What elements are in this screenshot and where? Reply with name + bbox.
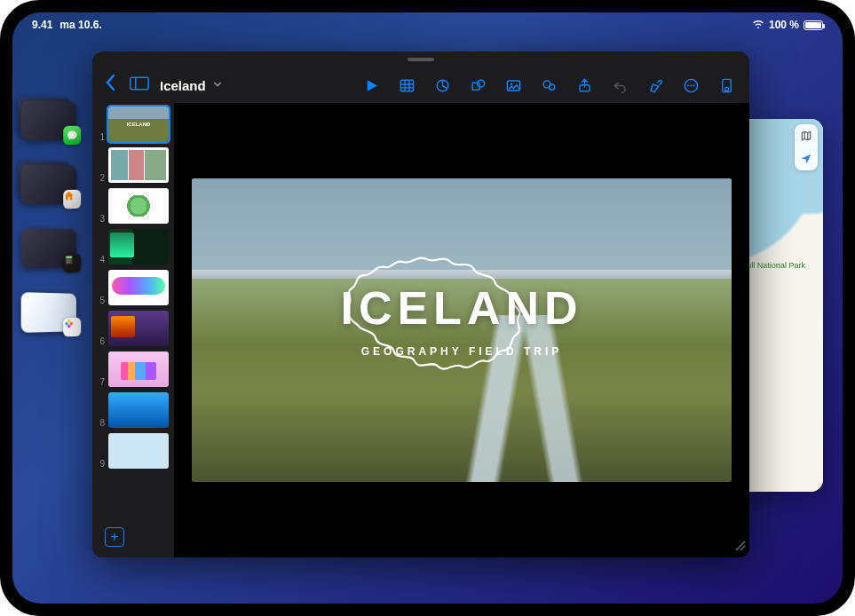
back-button[interactable]	[101, 74, 121, 97]
slide-title-text[interactable]: ICELAND	[192, 281, 732, 335]
maps-toolbar	[795, 124, 818, 170]
status-time: 9.41	[32, 19, 52, 31]
slide-thumb-3[interactable]: 3	[98, 188, 169, 224]
status-right: 100 %	[752, 19, 823, 31]
battery-pct: 100 %	[769, 19, 799, 31]
slide-thumb-1[interactable]: 1	[98, 107, 169, 142]
document-settings-button[interactable]	[717, 76, 735, 94]
svg-point-8	[67, 320, 70, 322]
svg-point-30	[693, 84, 694, 86]
window-resize-handle[interactable]	[733, 539, 746, 554]
comment-button[interactable]	[540, 76, 558, 94]
svg-point-32	[724, 87, 728, 91]
slide-thumb-8[interactable]: 8	[98, 392, 169, 428]
slide-thumb-9[interactable]: 9	[98, 433, 169, 469]
slide-canvas[interactable]: ICELAND GEOGRAPHY FIELD TRIP	[174, 103, 749, 557]
stage-app-calculator[interactable]	[21, 228, 76, 269]
wifi-icon	[752, 19, 764, 31]
slide-content[interactable]: ICELAND GEOGRAPHY FIELD TRIP	[192, 178, 732, 482]
play-button[interactable]	[362, 76, 380, 94]
slide-thumb-2[interactable]: 2	[98, 147, 169, 183]
messages-icon	[63, 126, 81, 146]
view-button[interactable]	[126, 76, 153, 95]
svg-rect-12	[131, 77, 148, 90]
format-button[interactable]	[646, 76, 664, 94]
svg-point-29	[690, 84, 692, 86]
stage-app-photos[interactable]	[21, 292, 76, 333]
undo-button	[611, 76, 629, 94]
screen: 9.41 ma 10.6. 100 %	[12, 12, 843, 604]
status-bar: 9.41 ma 10.6. 100 %	[12, 12, 843, 34]
slide-thumb-5[interactable]: 5	[98, 270, 169, 305]
svg-point-28	[687, 84, 689, 86]
svg-point-21	[477, 80, 484, 87]
keynote-window: Iceland	[92, 51, 749, 557]
stage-app-home[interactable]	[21, 164, 76, 205]
title-chevron-icon[interactable]	[213, 80, 222, 91]
share-button[interactable]	[575, 76, 593, 94]
media-button[interactable]	[504, 76, 522, 94]
slide-thumb-4[interactable]: 4	[98, 229, 169, 265]
home-icon	[63, 190, 81, 209]
ipad-device-frame: 9.41 ma 10.6. 100 %	[0, 0, 855, 616]
svg-point-9	[70, 322, 73, 325]
svg-point-10	[67, 325, 70, 328]
svg-point-11	[65, 322, 67, 325]
add-slide-button[interactable]: +	[105, 527, 124, 547]
status-date: ma 10.6.	[59, 19, 101, 31]
maps-mode-button[interactable]	[795, 124, 818, 147]
maps-locate-button[interactable]	[795, 147, 818, 170]
slide-subtitle-text[interactable]: GEOGRAPHY FIELD TRIP	[192, 345, 732, 358]
stage-manager-strip	[21, 101, 75, 332]
document-title[interactable]: Iceland	[158, 78, 208, 93]
slide-thumb-7[interactable]: 7	[98, 351, 169, 387]
svg-rect-31	[722, 79, 731, 91]
svg-point-23	[510, 83, 511, 84]
slide-navigator: 1 2 3 4 5 6 7 8 9 +	[92, 103, 174, 557]
slide-thumb-6[interactable]: 6	[98, 311, 169, 346]
svg-rect-14	[400, 80, 413, 91]
photos-icon	[63, 318, 81, 337]
calculator-icon	[63, 254, 81, 273]
keynote-toolbar: Iceland	[92, 67, 749, 103]
window-grabber[interactable]	[92, 51, 749, 67]
battery-icon	[804, 20, 823, 30]
more-button[interactable]	[682, 76, 700, 94]
stage-app-messages[interactable]	[21, 100, 76, 141]
svg-rect-1	[66, 257, 71, 258]
table-button[interactable]	[398, 76, 416, 94]
shape-button[interactable]	[469, 76, 487, 94]
chart-button[interactable]	[433, 76, 451, 94]
